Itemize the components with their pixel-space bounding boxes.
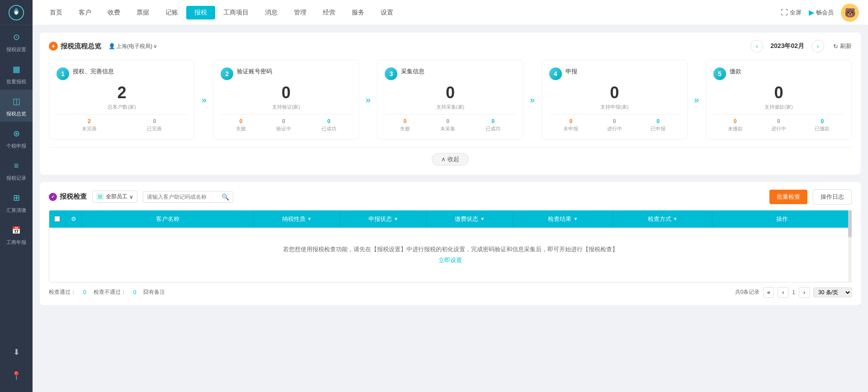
stat-4-1-val: 0 <box>613 118 616 124</box>
filter-icon-2[interactable]: ▼ <box>394 216 398 221</box>
table-body-empty: 若您想使用报税检查功能，请先在【报税设置】中进行报税的初化设置，完成密码验证和信… <box>49 228 851 282</box>
staff-chevron-icon: ∨ <box>129 194 133 200</box>
flow-card-5: 5 缴款 0 支持缴款(家) 0 未缴款 0 进行中 <box>706 60 852 140</box>
step-2-subtitle: 支持验证(家) <box>221 104 351 110</box>
stat-5-2-val: 0 <box>821 118 824 124</box>
prev-page-button[interactable]: ‹ <box>778 287 788 298</box>
arrow-1: » <box>195 95 213 105</box>
select-all-checkbox[interactable] <box>54 216 60 222</box>
tax-settings-icon: ⊙ <box>9 30 24 44</box>
flow-card-3: 3 采集信息 0 支持采集(家) 0 失败 0 未采集 <box>377 60 523 140</box>
step-3-number: 0 <box>385 84 515 102</box>
next-page-button[interactable]: › <box>799 287 810 298</box>
step-2-badge: 2 <box>221 67 233 80</box>
pass-val[interactable]: 0 <box>83 289 86 296</box>
nav-invoice[interactable]: 票据 <box>128 6 157 19</box>
nav-messages[interactable]: 消息 <box>257 6 286 19</box>
stat-3-0-label: 失败 <box>400 125 410 132</box>
nav-client[interactable]: 客户 <box>71 6 99 19</box>
top-nav-right: ⛶ 全屏 ▶ 畅会员 🐻 <box>781 4 859 22</box>
arrow-2: » <box>359 95 377 105</box>
stat-1-0-label: 未完善 <box>82 125 97 132</box>
nav-accounting[interactable]: 记账 <box>157 6 186 19</box>
taxcheck-panel: ✓ 报税检查 ⊟ 全部员工 ∨ 🔍 批量检查 操作日志 <box>40 182 861 305</box>
arrow-3: » <box>524 95 542 105</box>
stat-2-2-val: 0 <box>327 118 330 124</box>
fullscreen-button[interactable]: ⛶ 全屏 <box>781 9 802 17</box>
search-icon[interactable]: 🔍 <box>222 193 229 201</box>
sidebar-item-label: 报税设置 <box>6 46 26 53</box>
stat-3-0-val: 0 <box>404 118 407 124</box>
step-5-stats: 0 未缴款 0 进行中 0 已缴款 <box>713 114 844 132</box>
bulk-check-button[interactable]: 批量检查 <box>769 190 807 204</box>
location-icon: 📍 <box>9 368 24 383</box>
taxcheck-title: ✓ 报税检查 <box>49 192 87 201</box>
nav-fee[interactable]: 收费 <box>99 6 128 19</box>
per-page-select[interactable]: 30 条/页50 条/页100 条/页 <box>813 287 852 297</box>
nav-service[interactable]: 服务 <box>344 6 373 19</box>
sidebar-item-label: 报税记录 <box>6 175 26 182</box>
prev-month-button[interactable]: ‹ <box>750 40 763 53</box>
staff-select[interactable]: ⊟ 全部员工 ∨ <box>92 191 137 203</box>
sidebar-item-download[interactable]: ⬇ <box>0 340 33 364</box>
step-1-stats: 2 未完善 0 已完善 <box>57 114 187 132</box>
filter-icon-5[interactable]: ▼ <box>673 216 678 221</box>
collapse-bar: ∧ 收起 <box>49 151 852 167</box>
next-month-button[interactable]: › <box>811 40 824 53</box>
sidebar-item-location[interactable]: 📍 <box>0 364 33 387</box>
search-input[interactable] <box>147 194 220 200</box>
refresh-button[interactable]: ↻ 刷新 <box>833 42 852 50</box>
th-check[interactable] <box>49 210 66 228</box>
sidebar-item-tax-records[interactable]: ≡ 报税记录 <box>0 154 33 186</box>
collapse-button[interactable]: ∧ 收起 <box>432 153 469 166</box>
table-header: ⚙ 客户名称 纳税性质 ▼ 申报状态 ▼ <box>49 210 851 228</box>
location-tag[interactable]: 👤 上海(电子税局) ∨ <box>108 43 157 50</box>
stat-1-1-label: 已完善 <box>147 125 162 132</box>
first-page-button[interactable]: « <box>763 287 774 298</box>
filter-icon-3[interactable]: ▼ <box>480 216 485 221</box>
stat-5-0-val: 0 <box>734 118 737 124</box>
stat-3-2-val: 0 <box>491 118 495 124</box>
step-1-badge: 1 <box>57 67 69 80</box>
staff-tag: ⊟ <box>96 193 104 200</box>
th-gear[interactable]: ⚙ <box>66 210 82 228</box>
nav-home[interactable]: 首页 <box>42 6 71 19</box>
scrollbar-thumb[interactable] <box>848 210 852 237</box>
filter-icon-4[interactable]: ▼ <box>573 216 578 221</box>
th-check-result: 检查结果 ▼ <box>513 210 613 228</box>
step-5-number: 0 <box>713 84 844 102</box>
stat-4-1-label: 进行中 <box>607 125 622 132</box>
arrow-4: » <box>688 95 706 105</box>
step-5-title: 缴款 <box>730 67 741 76</box>
sidebar-item-label: 个税申报 <box>6 143 26 149</box>
fail-val[interactable]: 0 <box>133 289 137 296</box>
filter-icon[interactable]: ▼ <box>307 216 312 221</box>
plus-icon: + <box>49 42 58 51</box>
step-1-number: 2 <box>57 84 187 102</box>
nav-tax[interactable]: 报税 <box>186 6 215 19</box>
sidebar-item-tax-overview[interactable]: ◫ 报税总览 <box>0 90 33 122</box>
sidebar: ⊙ 报税设置 ▦ 批量报税 ◫ 报税总览 ⊛ 个税申报 ≡ 报税记录 ⊞ 汇算清… <box>0 0 33 392</box>
logo <box>0 0 33 25</box>
collapse-up-icon: ∧ <box>441 156 446 163</box>
sidebar-item-annual-report[interactable]: 📅 工商年报 <box>0 218 33 250</box>
stat-5-2-label: 已缴款 <box>815 125 830 132</box>
step-1-title: 授权、完善信息 <box>73 67 114 76</box>
sidebar-item-settlement[interactable]: ⊞ 汇算清缴 <box>0 186 33 218</box>
stat-2-0-val: 0 <box>239 118 242 124</box>
stat-1-0-val: 2 <box>88 118 91 124</box>
log-button[interactable]: 操作日志 <box>813 189 852 205</box>
nav-management[interactable]: 管理 <box>286 6 315 19</box>
chevron-down-icon: ∨ <box>153 43 157 49</box>
sidebar-item-personal-tax[interactable]: ⊛ 个税申报 <box>0 122 33 154</box>
avatar[interactable]: 🐻 <box>841 4 859 22</box>
nav-settings[interactable]: 设置 <box>373 6 401 19</box>
sidebar-item-batch-tax[interactable]: ▦ 批量报税 <box>0 57 33 90</box>
flow-card-1: 1 授权、完善信息 2 总客户数(家) 2 未完善 0 已完善 <box>49 60 195 140</box>
setup-link[interactable]: 立即设置 <box>439 257 462 263</box>
nav-operation[interactable]: 经营 <box>315 6 344 19</box>
sidebar-item-tax-settings[interactable]: ⊙ 报税设置 <box>0 25 33 57</box>
nav-business[interactable]: 工商项目 <box>215 6 257 19</box>
vertical-scrollbar[interactable] <box>848 210 852 282</box>
member-button[interactable]: ▶ 畅会员 <box>809 8 834 17</box>
